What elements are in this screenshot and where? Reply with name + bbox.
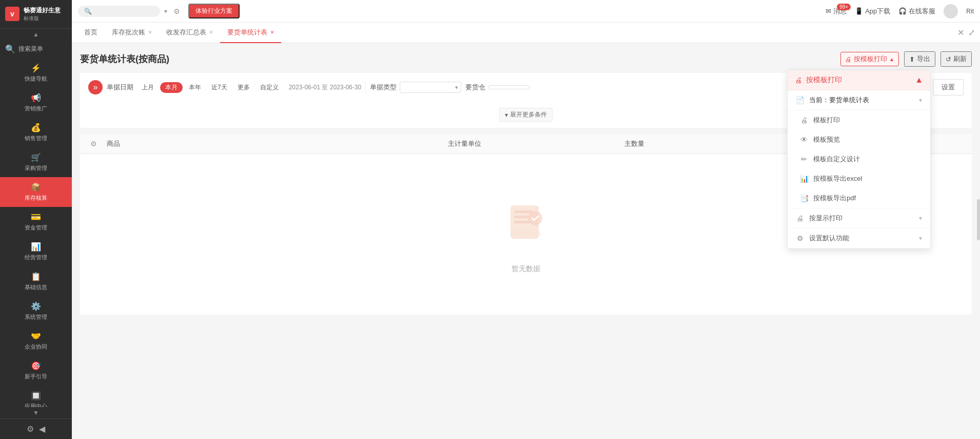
maximize-btn[interactable]: ⤢ <box>968 28 975 37</box>
avatar <box>944 4 958 18</box>
current-arrow-icon: ▾ <box>919 97 922 104</box>
dropdown-display-print[interactable]: 🖨 按显示打印 ▾ <box>788 208 930 228</box>
promo-button[interactable]: 体验行业方案 <box>188 4 240 18</box>
search-icon: 🔍 <box>5 44 15 54</box>
svg-rect-4 <box>514 221 531 223</box>
topbar-search-input[interactable] <box>95 8 146 15</box>
collapse-btn[interactable]: ◀ <box>39 424 45 434</box>
avatar-btn[interactable] <box>944 4 958 18</box>
app-download-icon: 📱 <box>855 7 863 15</box>
th-qty: 主数量 <box>618 139 795 148</box>
scroll-up-arrow[interactable]: ▲ <box>0 29 72 40</box>
sidebar-item-marketing[interactable]: 📢 营销推广 <box>0 88 72 118</box>
filter-toggle-section: » <box>88 80 103 94</box>
sidebar-item-quicknav[interactable]: ⚡ 快捷导航 <box>0 58 72 88</box>
tab-order-stats-close[interactable]: × <box>270 29 274 36</box>
date-btn-prev-month[interactable]: 上月 <box>138 82 158 93</box>
sidebar-item-marketing-label: 营销推广 <box>25 105 47 112</box>
dropdown-current-section: 📄 当前：要货单统计表 ▾ <box>788 90 930 110</box>
date-filter-label: 单据日期 <box>107 83 133 92</box>
th-goods: 商品 <box>101 139 442 148</box>
date-btn-more[interactable]: 更多 <box>233 82 254 93</box>
close-all-tabs-btn[interactable]: ✕ <box>957 28 964 37</box>
tab-receipt-summary[interactable]: 收发存汇总表 × <box>159 23 220 43</box>
sidebar-item-purchase[interactable]: 🛒 采购管理 <box>0 147 72 177</box>
sidebar-item-guide[interactable]: 🎯 新手引导 <box>0 356 72 386</box>
tab-inventory-batch[interactable]: 库存批次账 × <box>105 23 159 43</box>
export-button[interactable]: ⬆ 导出 <box>904 51 935 67</box>
refresh-label: 刷新 <box>953 54 967 64</box>
svg-rect-2 <box>514 211 532 213</box>
message-btn[interactable]: ✉ 消息 99+ <box>826 7 847 16</box>
dropdown-template-design[interactable]: ✏ 模板自定义设计 <box>792 149 930 169</box>
tab-receipt-summary-close[interactable]: × <box>209 29 213 36</box>
warehouse-input-wrapper[interactable] <box>488 85 530 89</box>
filter-expand-toggle[interactable]: » <box>88 80 103 94</box>
default-func-icon: ⚙ <box>796 234 804 242</box>
empty-icon <box>500 195 552 256</box>
dropdown-export-excel[interactable]: 📊 按模板导出excel <box>792 169 930 188</box>
doc-type-filter: 单据类型 <box>370 82 461 93</box>
refresh-button[interactable]: ↺ 刷新 <box>940 51 972 67</box>
page-header: 要货单统计表(按商品) 🖨 按模板打印 ▲ ⬆ 导出 ↺ 刷新 <box>80 51 972 67</box>
collab-icon: 🤝 <box>31 331 41 341</box>
sidebar-item-finance-label: 资金管理 <box>25 224 47 232</box>
th-unit: 主计量单位 <box>442 139 618 148</box>
username-display[interactable]: Rit <box>966 8 974 15</box>
dropdown-collapse-btn[interactable]: ▲ <box>915 75 923 85</box>
tab-inventory-batch-close[interactable]: × <box>148 29 152 36</box>
dropdown-template-preview[interactable]: 👁 模板预览 <box>792 130 930 149</box>
system-icon: ⚙️ <box>31 301 41 311</box>
date-btn-current-year[interactable]: 本年 <box>185 82 205 93</box>
dropdown-default-func-section: ⚙ 设置默认功能 ▾ <box>788 228 930 249</box>
sidebar-item-finance[interactable]: 💳 资金管理 <box>0 207 72 237</box>
dropdown-template-print[interactable]: 🖨 模板打印 <box>792 110 930 130</box>
sidebar-item-collab[interactable]: 🤝 企业协同 <box>0 326 72 356</box>
dropdown-default-func-label: 设置默认功能 <box>809 234 849 243</box>
sidebar-item-operation[interactable]: 📊 经营管理 <box>0 237 72 266</box>
dropdown-template-print-label: 模板打印 <box>813 116 840 125</box>
scroll-down-arrow[interactable]: ▼ <box>0 407 72 418</box>
tab-home[interactable]: 首页 <box>77 23 105 43</box>
doc-type-select[interactable] <box>400 82 461 93</box>
warehouse-filter: 要货仓 <box>465 83 530 92</box>
dropdown-current-item[interactable]: 📄 当前：要货单统计表 ▾ <box>788 90 930 110</box>
export-icon: ⬆ <box>909 55 915 63</box>
filter-toggle-icon: » <box>93 83 98 91</box>
edition-label: 标准版 <box>24 15 61 22</box>
scroll-indicator[interactable] <box>977 199 980 240</box>
dropdown-default-func[interactable]: ⚙ 设置默认功能 ▾ <box>788 228 930 248</box>
app-download-btn[interactable]: 📱 App下载 <box>855 7 890 16</box>
settings-btn[interactable]: ⚙ <box>27 424 34 434</box>
page-body: 要货单统计表(按商品) 🖨 按模板打印 ▲ ⬆ 导出 ↺ 刷新 <box>72 43 980 439</box>
sidebar-item-system[interactable]: ⚙️ 系统管理 <box>0 296 72 326</box>
sidebar-item-apps[interactable]: 🔲 应用中心 <box>0 386 72 407</box>
tab-order-stats[interactable]: 要货单统计表 × <box>220 23 281 43</box>
online-service-btn[interactable]: 🎧 在线客服 <box>898 7 935 16</box>
topbar-gear-icon[interactable]: ⚙ <box>171 5 182 17</box>
topbar-search-icon: 🔍 <box>84 8 92 15</box>
sidebar-item-search[interactable]: 🔍 搜索菜单 <box>0 40 72 58</box>
topbar: 🔍 ▾ ⚙ 体验行业方案 ✉ 消息 99+ 📱 App下载 🎧 在线客服 <box>72 0 980 23</box>
page-title: 要货单统计表(按商品) <box>80 53 169 65</box>
sidebar-item-sales-label: 销售管理 <box>25 135 47 142</box>
print-button[interactable]: 🖨 按模板打印 ▲ <box>840 52 899 66</box>
svg-rect-3 <box>514 216 528 218</box>
expand-more-conditions-btn[interactable]: ▾ 展开更多条件 <box>499 108 553 122</box>
finance-icon: 💳 <box>31 212 41 222</box>
app-logo-icon: v <box>5 7 19 21</box>
date-range-display: 2023-06-01 至 2023-06-30 <box>289 83 361 92</box>
date-btn-current-month[interactable]: 本月 <box>160 82 183 93</box>
date-btn-7days[interactable]: 近7天 <box>207 82 231 93</box>
sidebar-item-sales[interactable]: 💰 销售管理 <box>0 118 72 147</box>
sidebar-item-basicinfo[interactable]: 📋 基础信息 <box>0 266 72 296</box>
date-btn-custom[interactable]: 自定义 <box>256 82 283 93</box>
dropdown-export-pdf[interactable]: 📑 按模板导出pdf <box>792 188 930 208</box>
sidebar-item-inventory[interactable]: 📦 库存核算 <box>0 177 72 207</box>
settings-button[interactable]: 设置 <box>933 79 964 96</box>
template-print-icon: 🖨 <box>800 116 808 124</box>
sidebar-logo: v 畅赛通好生意 标准版 <box>0 0 72 29</box>
topbar-chevron-icon[interactable]: ▾ <box>164 8 167 15</box>
topbar-search-box[interactable]: 🔍 <box>78 6 160 17</box>
table-settings-icon[interactable]: ⚙ <box>86 138 101 150</box>
